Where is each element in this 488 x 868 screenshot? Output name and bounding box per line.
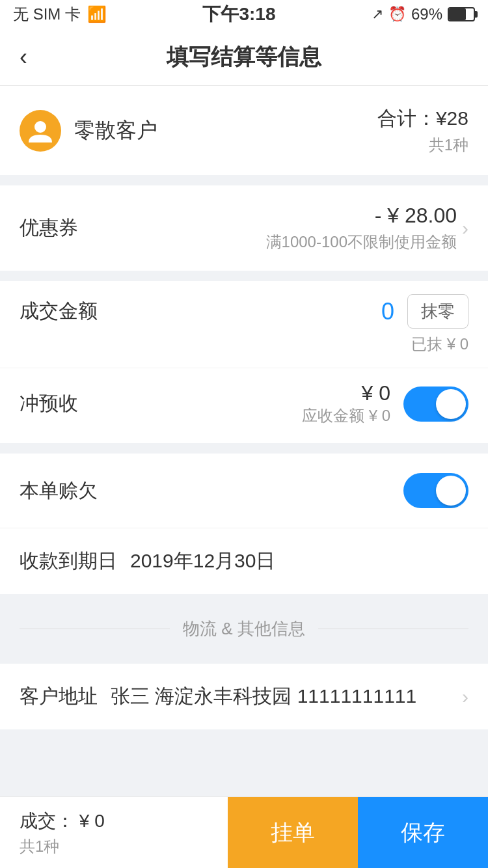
save-button[interactable]: 保存	[358, 797, 488, 869]
carrier-label: 无 SIM 卡	[13, 4, 81, 25]
due-date-label: 收款到期日	[20, 548, 117, 575]
svg-point-0	[34, 121, 46, 133]
due-date-row: 收款到期日 2019年12月30日	[0, 528, 488, 594]
nav-bar: ‹ 填写结算等信息	[0, 29, 488, 86]
status-bar-left: 无 SIM 卡 📶	[13, 4, 107, 25]
address-label: 客户地址	[20, 683, 98, 710]
wifi-icon: 📶	[87, 5, 107, 23]
total-amount: 合计：¥28	[377, 105, 468, 132]
transaction-row: 成交金额 0 抹零 已抹 ¥ 0	[0, 281, 488, 368]
coupon-right: - ¥ 28.00 满1000-100不限制使用金额	[266, 204, 457, 252]
logistics-section: 物流 & 其他信息	[0, 604, 488, 653]
round-button[interactable]: 抹零	[407, 294, 468, 329]
toggle-knob	[436, 389, 466, 419]
address-value: 张三 海淀永丰科技园 11111111111	[111, 683, 444, 710]
page-title: 填写结算等信息	[167, 42, 321, 72]
status-bar-time: 下午3:18	[202, 2, 275, 27]
transaction-label: 成交金额	[20, 298, 98, 325]
credit-label: 本单赊欠	[20, 478, 98, 504]
status-bar-right: ↗ ⏰ 69%	[372, 5, 475, 23]
transaction-value[interactable]: 0	[355, 298, 394, 325]
coupon-section: 优惠券 - ¥ 28.00 满1000-100不限制使用金额 ›	[0, 185, 488, 271]
back-button[interactable]: ‹	[20, 44, 27, 71]
battery-icon	[448, 7, 475, 21]
bottom-bar: 成交： ¥ 0 共1种 挂单 保存	[0, 796, 488, 868]
battery-label: 69%	[411, 5, 442, 23]
customer-row: 零散客户 合计：¥28 共1种	[0, 86, 488, 175]
total-count: 共1种	[377, 135, 468, 156]
prepay-toggle[interactable]	[403, 387, 468, 422]
transaction-bottom: 已抹 ¥ 0	[20, 334, 468, 355]
customer-left: 零散客户	[20, 110, 157, 152]
bottom-transaction-value: ¥ 0	[79, 811, 105, 831]
status-bar: 无 SIM 卡 📶 下午3:18 ↗ ⏰ 69%	[0, 0, 488, 29]
customer-right: 合计：¥28 共1种	[377, 105, 468, 156]
prepay-label: 冲预收	[20, 390, 78, 417]
address-row[interactable]: 客户地址 张三 海淀永丰科技园 11111111111 ›	[0, 664, 488, 729]
prepay-top: 冲预收 ¥ 0 应收金额 ¥ 0	[20, 381, 468, 426]
avatar	[20, 110, 61, 152]
logistics-divider-text: 物流 & 其他信息	[183, 617, 305, 640]
bottom-transaction-label: 成交：	[20, 811, 74, 831]
due-date-value[interactable]: 2019年12月30日	[130, 548, 275, 575]
transaction-section: 成交金额 0 抹零 已抹 ¥ 0 冲预收 ¥ 0 应收金额 ¥ 0	[0, 281, 488, 443]
coupon-label: 优惠券	[20, 215, 78, 241]
address-chevron-icon: ›	[462, 686, 468, 708]
address-section: 客户地址 张三 海淀永丰科技园 11111111111 ›	[0, 664, 488, 729]
content: 零散客户 合计：¥28 共1种 优惠券 - ¥ 28.00 满1000-100不…	[0, 86, 488, 818]
customer-name: 零散客户	[74, 116, 157, 145]
coupon-chevron-icon: ›	[462, 217, 468, 239]
coupon-discount: - ¥ 28.00	[266, 204, 457, 228]
credit-row: 本单赊欠	[0, 454, 488, 528]
alarm-icon: ⏰	[388, 6, 406, 23]
transaction-top: 成交金额 0 抹零	[20, 294, 468, 329]
credit-section: 本单赊欠 收款到期日 2019年12月30日	[0, 454, 488, 594]
bottom-info: 成交： ¥ 0 共1种	[0, 809, 228, 857]
prepay-amount: ¥ 0	[302, 381, 390, 405]
bottom-transaction: 成交： ¥ 0	[20, 809, 208, 834]
suspend-button[interactable]: 挂单	[228, 797, 358, 869]
coupon-desc: 满1000-100不限制使用金额	[266, 232, 457, 252]
divider-line-left	[20, 629, 170, 629]
credit-toggle[interactable]	[403, 473, 468, 508]
credit-toggle-knob	[436, 476, 466, 506]
bottom-count: 共1种	[20, 836, 208, 857]
already-rounded: 已抹 ¥ 0	[411, 334, 468, 355]
coupon-row[interactable]: 优惠券 - ¥ 28.00 满1000-100不限制使用金额 ›	[0, 185, 488, 271]
user-icon	[27, 118, 53, 144]
location-icon: ↗	[372, 6, 383, 23]
customer-section: 零散客户 合计：¥28 共1种	[0, 86, 488, 175]
logistics-divider: 物流 & 其他信息	[0, 604, 488, 653]
divider-line-right	[318, 629, 468, 629]
prepay-receivable: 应收金额 ¥ 0	[302, 405, 390, 426]
prepay-row: 冲预收 ¥ 0 应收金额 ¥ 0	[0, 368, 488, 443]
